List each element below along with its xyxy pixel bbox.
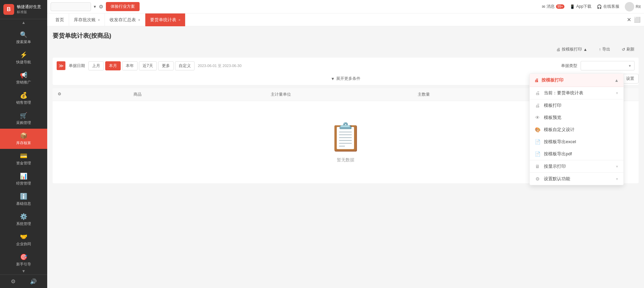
sidebar-item-label: 资金管理 xyxy=(16,161,31,166)
sidebar-item-marketing[interactable]: 📢营销推广 xyxy=(0,68,47,88)
th-gear[interactable]: ⚙ xyxy=(53,88,66,101)
order-type-select[interactable]: ▼ xyxy=(581,61,635,70)
sidebar-item-inventory[interactable]: 📦库存核算 xyxy=(0,129,47,149)
empty-text: 暂无数据 xyxy=(337,157,354,163)
basic-icon: ℹ️ xyxy=(20,193,27,200)
dropdown-item-template-pdf[interactable]: 📄按模板导出pdf xyxy=(530,148,623,160)
refresh-label: 刷新 xyxy=(626,46,635,52)
tab-close-inventory-batch[interactable]: × xyxy=(98,18,100,22)
tab-close-all-btn[interactable]: ✕ xyxy=(627,17,631,23)
date-option-更多[interactable]: 更多 xyxy=(158,61,174,70)
tab-close-order-stats[interactable]: × xyxy=(178,18,180,22)
template-print-label: 模板打印 xyxy=(544,102,561,108)
dropdown-item-template-excel[interactable]: 📄按模板导出excel xyxy=(530,136,623,148)
print-dropdown-menu: 🖨 按模板打印 ▲ 🖨 当前：要货单统计表 ▼ 🖨模板打印👁模板预览🎨模板自定义… xyxy=(529,73,624,185)
message-btn[interactable]: ✉ 消息 99+ xyxy=(542,4,564,9)
sidebar-scroll-up[interactable]: ▲ xyxy=(0,19,47,26)
dropdown-print-icon: 🖨 xyxy=(534,78,539,83)
sidebar-item-guide[interactable]: 🎯新手引导 xyxy=(0,250,47,268)
sidebar-item-label: 快捷导航 xyxy=(16,60,31,65)
settings-footer-icon[interactable]: ⚙ xyxy=(11,278,16,285)
sidebar-scroll-down[interactable]: ▼ xyxy=(0,268,47,275)
dropdown-item-template-print[interactable]: 🖨模板打印 xyxy=(530,99,623,111)
tab-order-stats[interactable]: 要货单统计表× xyxy=(145,13,185,26)
dropdown-current-item[interactable]: 🖨 当前：要货单统计表 ▼ xyxy=(530,87,623,99)
dropdown-chevron-up-icon[interactable]: ▲ xyxy=(614,78,619,83)
sidebar-item-operations[interactable]: 📊经营管理 xyxy=(0,169,47,189)
user-name: Rit xyxy=(636,4,641,9)
dropdown-section-display-print[interactable]: 🖥按显示打印▼ xyxy=(530,160,623,172)
online-service-btn[interactable]: 🎧 在线客服 xyxy=(597,4,619,9)
dropdown-current-label: 当前：要货单统计表 xyxy=(544,90,583,96)
template-preview-label: 模板预览 xyxy=(544,115,561,121)
export-btn[interactable]: ↑ 导出 xyxy=(595,44,614,54)
dropdown-title: 按模板打印 xyxy=(541,77,563,83)
sidebar-item-label: 新手引导 xyxy=(16,262,31,267)
template-pdf-label: 按模板导出pdf xyxy=(544,151,572,157)
sidebar-item-label: 采购管理 xyxy=(16,120,31,125)
order-type-arrow-icon: ▼ xyxy=(628,64,632,68)
system-icon: ⚙️ xyxy=(20,213,27,220)
refresh-btn[interactable]: ↺ 刷新 xyxy=(618,44,639,54)
tab-receipts-summary[interactable]: 收发存汇总表× xyxy=(105,13,145,26)
quicknav-icon: ⚡ xyxy=(20,51,27,59)
trial-industry-btn[interactable]: 体验行业方案 xyxy=(106,2,140,11)
search-dropdown-btn[interactable]: ▾ xyxy=(94,4,96,9)
search-input[interactable] xyxy=(51,2,91,11)
app-download-btn[interactable]: 📱 App下载 xyxy=(570,4,591,9)
dropdown-current-arrow-icon: ▼ xyxy=(615,91,619,95)
template-design-icon: 🎨 xyxy=(534,127,540,132)
date-options: 上月本月本年近7天更多自定义 xyxy=(88,61,195,70)
dropdown-item-template-design[interactable]: 🎨模板自定义设计 xyxy=(530,124,623,136)
date-option-近7天[interactable]: 近7天 xyxy=(139,61,157,70)
sidebar-item-basic[interactable]: ℹ️基础信息 xyxy=(0,189,47,210)
guide-icon: 🎯 xyxy=(20,253,27,261)
sidebar-item-search[interactable]: 🔍搜索菜单 xyxy=(0,28,47,48)
export-label: 导出 xyxy=(602,46,610,52)
sidebar-item-sales[interactable]: 💰销售管理 xyxy=(0,88,47,108)
date-option-自定义[interactable]: 自定义 xyxy=(175,61,195,70)
sidebar-item-quicknav[interactable]: ⚡快捷导航 xyxy=(0,48,47,68)
user-avatar[interactable]: Rit xyxy=(625,2,641,11)
th-product: 商品 xyxy=(66,88,209,101)
tab-inventory-batch[interactable]: 库存批次账× xyxy=(69,13,105,26)
tab-bar-actions: ✕ ⬜ xyxy=(627,17,644,23)
content-area: 要货单统计表(按商品) 🖨 按模板打印 ▲ ↑ 导出 ↺ 刷新 ≫ 单据日期 上… xyxy=(47,26,644,288)
th-unit: 主计量单位 xyxy=(209,88,353,101)
page-title: 要货单统计表(按商品) xyxy=(53,32,639,40)
tab-bar: 首页库存批次账×收发存汇总表×要货单统计表× ✕ ⬜ xyxy=(47,13,644,26)
action-bar: 🖨 按模板打印 ▲ ↑ 导出 ↺ 刷新 xyxy=(53,44,639,54)
tab-maximize-btn[interactable]: ⬜ xyxy=(634,17,641,23)
sidebar-item-label: 经营管理 xyxy=(16,181,31,186)
main-area: ▾ ⚙ 体验行业方案 ✉ 消息 99+ 📱 App下载 🎧 在线客服 Rit 首… xyxy=(47,0,644,288)
inventory-icon: 📦 xyxy=(20,132,27,139)
dropdown-item-template-preview[interactable]: 👁模板预览 xyxy=(530,111,623,124)
expand-more-label: 展开更多条件 xyxy=(336,76,360,82)
dropdown-section-default-func[interactable]: ⚙设置默认功能▼ xyxy=(530,173,623,185)
filter-expand-btn[interactable]: ≫ xyxy=(57,61,65,70)
date-option-上月[interactable]: 上月 xyxy=(88,61,104,70)
print-template-btn[interactable]: 🖨 按模板打印 ▲ xyxy=(552,44,591,54)
sidebar-item-collab[interactable]: 🤝企业协同 xyxy=(0,230,47,250)
sidebar-item-label: 企业协同 xyxy=(16,242,31,247)
tab-home[interactable]: 首页 xyxy=(51,13,69,26)
app-download-label: App下载 xyxy=(576,4,591,9)
template-excel-icon: 📄 xyxy=(534,139,540,145)
display-print-icon: 🖥 xyxy=(534,164,540,169)
tab-close-receipts-summary[interactable]: × xyxy=(138,18,140,22)
display-print-label: 按显示打印 xyxy=(544,163,566,169)
sidebar-item-purchase[interactable]: 🛒采购管理 xyxy=(0,108,47,129)
search-icon: 🔍 xyxy=(20,31,27,38)
date-option-本年[interactable]: 本年 xyxy=(122,61,138,70)
sales-icon: 💰 xyxy=(20,92,27,99)
sidebar-item-system[interactable]: ⚙️系统管理 xyxy=(0,210,47,230)
expand-more-btn[interactable]: ▼ 展开更多条件 xyxy=(331,76,360,82)
sidebar-item-finance[interactable]: 💳资金管理 xyxy=(0,149,47,169)
gear-icon[interactable]: ⚙ xyxy=(99,4,103,10)
message-badge: 99+ xyxy=(556,4,564,9)
headset-icon: 🎧 xyxy=(597,4,602,9)
audio-footer-icon[interactable]: 🔊 xyxy=(30,278,37,285)
date-option-本月[interactable]: 本月 xyxy=(105,61,121,70)
display-print-arrow-icon: ▼ xyxy=(615,165,619,168)
settings-btn[interactable]: 设置 xyxy=(622,74,639,84)
